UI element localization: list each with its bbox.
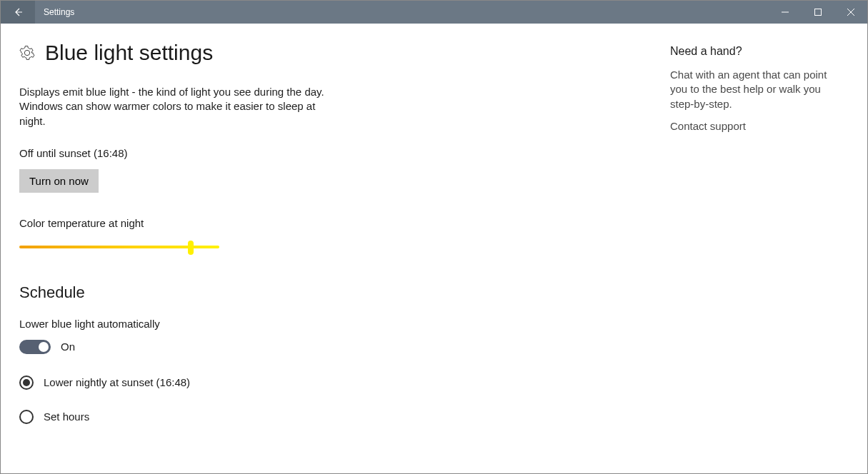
main-pane: Blue light settings Displays emit blue l…: [19, 41, 462, 473]
arrow-left-icon: [12, 6, 24, 18]
help-heading: Need a hand?: [670, 45, 844, 58]
titlebar-title: Settings: [44, 7, 74, 17]
minimize-icon: [782, 9, 789, 16]
page-title: Blue light settings: [45, 41, 213, 65]
maximize-button[interactable]: [802, 1, 834, 24]
maximize-icon: [814, 9, 822, 16]
help-pane: Need a hand? Chat with an agent that can…: [670, 41, 849, 473]
radio-sunset-row[interactable]: Lower nightly at sunset (16:48): [19, 375, 462, 390]
radio-dot-icon: [23, 379, 30, 386]
help-text: Chat with an agent that can point you to…: [670, 68, 844, 111]
auto-lower-toggle[interactable]: [19, 340, 51, 354]
titlebar: Settings: [1, 1, 867, 24]
status-text: Off until sunset (16:48): [19, 147, 462, 159]
auto-lower-label: Lower blue light automatically: [19, 318, 462, 330]
auto-lower-toggle-row: On: [19, 340, 462, 354]
radio-sunset[interactable]: [19, 375, 34, 390]
radio-set-hours-label: Set hours: [44, 410, 89, 423]
color-temp-label: Color temperature at night: [19, 217, 462, 229]
gear-icon: [19, 45, 35, 61]
radio-set-hours-row[interactable]: Set hours: [19, 410, 462, 424]
page-header: Blue light settings: [19, 41, 462, 65]
back-button[interactable]: [1, 1, 35, 24]
minimize-button[interactable]: [769, 1, 802, 24]
slider-thumb[interactable]: [188, 241, 194, 255]
color-temp-slider[interactable]: [19, 239, 219, 256]
svg-rect-1: [815, 9, 822, 16]
close-icon: [847, 9, 854, 16]
schedule-heading: Schedule: [19, 283, 462, 302]
radio-sunset-label: Lower nightly at sunset (16:48): [44, 376, 190, 388]
radio-set-hours[interactable]: [19, 410, 34, 424]
window-controls: [769, 1, 867, 24]
contact-support-link[interactable]: Contact support: [670, 120, 844, 132]
toggle-state-label: On: [61, 341, 75, 353]
content-area: Blue light settings Displays emit blue l…: [1, 24, 867, 473]
toggle-knob: [39, 342, 49, 352]
close-button[interactable]: [834, 1, 867, 24]
turn-on-button[interactable]: Turn on now: [19, 169, 99, 193]
page-description: Displays emit blue light - the kind of l…: [19, 85, 334, 128]
